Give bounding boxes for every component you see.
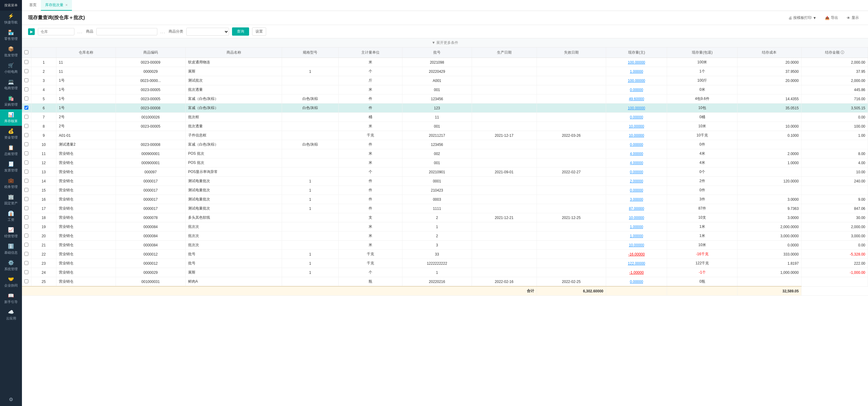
row-checkbox[interactable]	[24, 170, 28, 174]
row-warehouse: 营业销仓	[56, 213, 116, 222]
row-amount: 37.95	[801, 67, 868, 76]
sidebar-search[interactable]: 搜索菜单	[0, 0, 22, 11]
row-checkbox[interactable]	[24, 188, 28, 192]
sidebar-item-basic-info[interactable]: ℹ️ 基础信息	[0, 241, 22, 257]
table-row: 14 营业销仓 0000017 测试电量批次 1 件 0001 2.00000 …	[22, 177, 868, 186]
row-prod-date	[472, 58, 536, 67]
row-checkbox[interactable]	[24, 106, 28, 110]
sidebar-item-quick-nav[interactable]: ⚡ 快捷导航	[0, 11, 22, 27]
sidebar-item-system[interactable]: ⚙️ 系统管理	[0, 257, 22, 274]
sidebar-item-invoice[interactable]: 🧾 发票管理	[0, 159, 22, 175]
row-qty-pkg: 0件	[667, 186, 738, 195]
row-checkbox[interactable]	[24, 133, 28, 137]
filter-arrow-btn[interactable]: ▶	[28, 28, 35, 35]
row-amount: 1.00	[801, 131, 868, 140]
row-checkbox[interactable]	[24, 215, 28, 219]
row-name: 多头其色软线	[186, 213, 282, 222]
row-checkbox[interactable]	[24, 234, 28, 238]
summary-qty: 6,302.60000	[536, 286, 606, 296]
row-checkbox[interactable]	[24, 151, 28, 155]
row-checkbox[interactable]	[24, 270, 28, 274]
sidebar-item-asset[interactable]: 💰 资金管理	[0, 126, 22, 142]
row-qty-pkg: 4米	[667, 149, 738, 158]
row-exp-date	[536, 113, 606, 122]
row-checkbox[interactable]	[24, 179, 28, 183]
row-exp-date: 2022-03-26	[536, 131, 606, 140]
row-checkbox[interactable]	[24, 60, 28, 64]
sidebar-item-cloud[interactable]: ☁️ 云应用	[0, 307, 22, 323]
sidebar-item-summary[interactable]: 📋 总账管理	[0, 142, 22, 159]
row-code	[116, 131, 185, 140]
row-prod-date	[472, 250, 536, 259]
sidebar-item-wholesale[interactable]: 📦 批发管理	[0, 43, 22, 60]
sidebar-item-gear[interactable]: ⚙	[0, 394, 22, 406]
row-code: 0000017	[116, 186, 185, 195]
row-amount: 3,505.15	[801, 104, 868, 113]
display-button[interactable]: 👁 显示	[844, 14, 862, 22]
row-checkbox-cell	[22, 140, 31, 149]
row-unit: 件	[338, 195, 402, 204]
row-checkbox[interactable]	[24, 261, 28, 265]
row-unit-cost: 20.0000	[738, 76, 801, 85]
row-unit-cost: 3,000.0000	[738, 232, 801, 241]
row-no: 1	[31, 58, 56, 67]
table-row: 25 营业销仓 001000031 鲜肉A 瓶 20220216 2022-02…	[22, 277, 868, 286]
sidebar-item-retail[interactable]: 🏪 零售管理	[0, 27, 22, 43]
sidebar-item-enterprise[interactable]: 🤝 企业协同	[0, 274, 22, 290]
row-checkbox[interactable]	[24, 279, 28, 283]
row-checkbox[interactable]	[24, 252, 28, 256]
row-checkbox[interactable]	[24, 161, 28, 165]
tab-home[interactable]: 首页	[25, 0, 41, 11]
row-checkbox[interactable]	[24, 225, 28, 229]
sidebar-item-small-ecommerce[interactable]: 🛒 小轻电商	[0, 60, 22, 76]
row-checkbox[interactable]	[24, 124, 28, 128]
category-select[interactable]	[186, 28, 229, 36]
warehouse-input[interactable]	[38, 28, 74, 35]
row-amount	[801, 277, 868, 286]
sidebar-item-hr[interactable]: 👔 工资	[0, 208, 22, 225]
row-unit-cost: 10.0000	[738, 122, 801, 131]
row-checkbox[interactable]	[24, 197, 28, 201]
print-icon: 🖨	[788, 16, 792, 20]
row-checkbox[interactable]	[24, 78, 28, 82]
sidebar-item-tax[interactable]: 💼 税务管理	[0, 175, 22, 192]
row-exp-date	[536, 232, 606, 241]
tabs-bar: 首页 库存批次量 ✕	[22, 0, 868, 11]
asset-icon: 💰	[8, 128, 14, 134]
row-no: 11	[31, 149, 56, 158]
row-checkbox[interactable]	[24, 88, 28, 91]
sidebar-item-fixed-asset[interactable]: 🏢 固定资产	[0, 192, 22, 208]
row-batch: 001	[402, 85, 472, 94]
select-all-checkbox[interactable]	[24, 50, 28, 54]
row-code: 0000078	[116, 213, 185, 222]
sidebar-item-ecommerce[interactable]: 💻 电商管理	[0, 76, 22, 93]
sidebar-item-guide[interactable]: 📖 新手引导	[0, 290, 22, 307]
print-button[interactable]: 🖨 按模板打印 ▼	[785, 14, 819, 22]
goods-input[interactable]	[96, 28, 157, 35]
row-no: 8	[31, 122, 56, 131]
row-unit-cost: 1.0000	[738, 158, 801, 168]
sidebar-item-operations[interactable]: 📈 经营管理	[0, 225, 22, 241]
tab-inventory-batch[interactable]: 库存批次量 ✕	[41, 0, 72, 11]
query-button[interactable]: 查询	[232, 27, 249, 36]
row-no: 14	[31, 177, 56, 186]
settings-filter-btn[interactable]: 设置	[252, 27, 266, 36]
export-button[interactable]: 📤 导出	[822, 14, 841, 22]
row-no: 5	[31, 94, 56, 104]
row-checkbox[interactable]	[24, 115, 28, 119]
row-checkbox[interactable]	[24, 69, 28, 73]
expand-conditions-btn[interactable]: ▼ 展开更多条件	[432, 40, 458, 45]
table-container[interactable]: 仓库名称 商品编码 商品名称 规格型号 主计量单位 批号 生产日期 失效日期 现…	[22, 47, 868, 406]
tab-close-icon[interactable]: ✕	[65, 3, 68, 7]
row-batch: 3	[402, 241, 472, 250]
row-exp-date: 2022-02-25	[536, 277, 606, 286]
fixed-asset-icon: 🏢	[8, 194, 14, 200]
sidebar-item-purchase[interactable]: 🛍️ 采购管理	[0, 93, 22, 109]
row-checkbox[interactable]	[24, 243, 28, 247]
row-checkbox[interactable]	[24, 206, 28, 210]
row-checkbox[interactable]	[24, 142, 28, 146]
sidebar-item-inventory[interactable]: 📊 库存核算	[0, 109, 22, 126]
row-checkbox[interactable]	[24, 97, 28, 101]
row-prod-date	[472, 268, 536, 277]
row-exp-date	[536, 76, 606, 85]
